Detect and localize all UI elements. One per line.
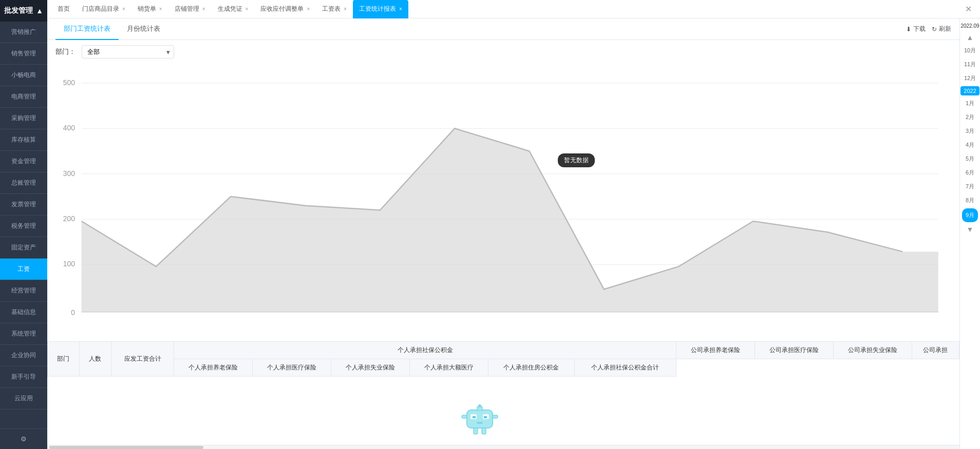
svg-rect-13	[467, 410, 493, 428]
sidebar-item-ecommerce[interactable]: 电商管理	[0, 86, 47, 108]
col-personal-housing: 个人承担住房公积金	[488, 359, 574, 376]
timeline-month-3[interactable]: 3月	[960, 124, 980, 138]
svg-rect-23	[474, 428, 478, 434]
main-area: 首页门店商品目录×销货单×店铺管理×生成凭证×应收应付调整单×工资表×工资统计报…	[47, 0, 980, 449]
sidebar-item-finance[interactable]: 资金管理	[0, 151, 47, 172]
tab-close-shop-mgmt[interactable]: ×	[202, 6, 205, 12]
sidebar-item-system[interactable]: 系统管理	[0, 323, 47, 345]
timeline-month-10[interactable]: 10月	[960, 44, 980, 57]
sidebar-item-enterprise[interactable]: 企业协同	[0, 345, 47, 366]
sidebar-item-purchase[interactable]: 采购管理	[0, 108, 47, 129]
col-personal-unemploy: 个人承担失业保险	[331, 359, 410, 376]
download-icon: ⬇	[906, 26, 911, 33]
sub-tab-dept-stats[interactable]: 部门工资统计表	[55, 18, 119, 40]
robot-icon	[459, 397, 500, 438]
sidebar-item-ledger[interactable]: 总账管理	[0, 172, 47, 194]
sidebar-item-mini-ecommerce[interactable]: 小畅电商	[0, 65, 47, 86]
tab-shop-mgmt[interactable]: 店铺管理×	[168, 0, 212, 18]
svg-rect-16	[473, 416, 476, 418]
download-button[interactable]: ⬇ 下载	[906, 25, 926, 33]
timeline-down-button[interactable]: ▼	[965, 223, 976, 236]
timeline-month-12[interactable]: 12月	[960, 71, 980, 85]
sidebar-header[interactable]: 批发管理 ▲	[0, 0, 47, 22]
svg-text:400: 400	[63, 124, 75, 132]
sidebar-item-invoice[interactable]: 发票管理	[0, 194, 47, 216]
sidebar-arrow: ▲	[36, 7, 43, 15]
sub-tab-month-stats[interactable]: 月份统计表	[119, 18, 168, 40]
tab-label-home: 首页	[58, 5, 70, 13]
filter-row: 部门： 全部销售部财务部人事部技术部	[47, 40, 959, 64]
table-area: 部门 人数 应发工资合计 个人承担社保公积金 公司承担养老保险 公司承担医疗保险…	[47, 341, 959, 449]
refresh-label: 刷新	[939, 25, 951, 33]
sidebar-title: 批发管理	[4, 6, 33, 15]
empty-state: 暂无数据	[48, 377, 912, 445]
col-company-medical: 公司承担医疗保险	[755, 341, 833, 359]
sidebar-item-basic[interactable]: 基础信息	[0, 302, 47, 323]
sidebar: 批发管理 ▲ 营销推广销售管理小畅电商电商管理采购管理库存核算资金管理总账管理发…	[0, 0, 47, 449]
dept-filter-select[interactable]: 全部销售部财务部人事部技术部	[82, 45, 174, 58]
timeline-month-2[interactable]: 2月	[960, 110, 980, 124]
sidebar-item-tax[interactable]: 税务管理	[0, 216, 47, 237]
scrollbar-thumb[interactable]	[49, 446, 203, 449]
tab-label-sales-order: 销货单	[138, 5, 156, 13]
tab-close-production-cert[interactable]: ×	[246, 6, 249, 12]
col-company-other: 公司承担	[912, 341, 959, 359]
sidebar-item-guide[interactable]: 新手引导	[0, 366, 47, 388]
sidebar-item-sales[interactable]: 销售管理	[0, 43, 47, 65]
tab-label-salary-report: 工资统计报表	[359, 5, 396, 13]
svg-text:100: 100	[63, 260, 75, 268]
col-personal-group: 个人承担社保公积金	[174, 341, 676, 359]
timeline-month-9[interactable]: 9月	[962, 208, 978, 222]
tab-close-salary-report[interactable]: ×	[399, 6, 402, 12]
svg-point-20	[478, 404, 481, 407]
sidebar-item-marketing[interactable]: 营销推广	[0, 22, 47, 43]
timeline-date: 2022.09	[959, 21, 980, 31]
page-content: 部门工资统计表月份统计表 ⬇ 下载 ↻ 刷新 部门： 全部销售部财务部人事部技术…	[47, 18, 959, 449]
chart-tooltip: 暂无数据	[558, 153, 595, 167]
timeline-month-6[interactable]: 6月	[960, 166, 980, 180]
sidebar-item-cloud[interactable]: 云应用	[0, 388, 47, 409]
close-all-tabs-button[interactable]: ✕	[961, 2, 976, 16]
timeline-month-8[interactable]: 8月	[960, 193, 980, 207]
tab-salary-table[interactable]: 工资表×	[316, 0, 353, 18]
col-personal-major-med: 个人承担大额医疗	[409, 359, 488, 376]
tab-close-shop-catalog[interactable]: ×	[122, 6, 125, 12]
tab-sales-order[interactable]: 销货单×	[131, 0, 168, 18]
svg-text:200: 200	[63, 214, 75, 223]
tab-close-salary-table[interactable]: ×	[344, 6, 347, 12]
col-personal-total: 个人承担社保公积金合计	[574, 359, 676, 376]
table-wrapper[interactable]: 部门 人数 应发工资合计 个人承担社保公积金 公司承担养老保险 公司承担医疗保险…	[47, 341, 959, 445]
timeline-month-11[interactable]: 11月	[960, 57, 980, 71]
tab-shop-catalog[interactable]: 门店商品目录×	[76, 0, 131, 18]
sidebar-item-operations[interactable]: 经营管理	[0, 280, 47, 302]
sidebar-items: 营销推广销售管理小畅电商电商管理采购管理库存核算资金管理总账管理发票管理税务管理…	[0, 22, 47, 409]
sidebar-footer[interactable]: ⚙	[0, 428, 47, 449]
tab-bar: 首页门店商品目录×销货单×店铺管理×生成凭证×应收应付调整单×工资表×工资统计报…	[47, 0, 980, 18]
table-scrollbar[interactable]	[47, 445, 959, 449]
tab-close-payable[interactable]: ×	[307, 6, 310, 12]
dept-filter-label: 部门：	[55, 47, 76, 56]
sidebar-item-assets[interactable]: 固定资产	[0, 237, 47, 259]
gear-icon: ⚙	[21, 435, 27, 443]
timeline: 2022.09 ▲ 10月 11月 12月 2022 1月 2月 3月 4月 5…	[959, 18, 980, 449]
tab-close-sales-order[interactable]: ×	[159, 6, 162, 12]
col-company-pension: 公司承担养老保险	[676, 341, 755, 359]
timeline-month-5[interactable]: 5月	[960, 152, 980, 166]
timeline-month-1[interactable]: 1月	[960, 96, 980, 110]
sidebar-item-salary[interactable]: 工资	[0, 259, 47, 280]
tab-payable[interactable]: 应收应付调整单×	[254, 0, 316, 18]
svg-marker-12	[82, 128, 938, 312]
timeline-month-7[interactable]: 7月	[960, 180, 980, 193]
timeline-month-4[interactable]: 4月	[960, 138, 980, 152]
timeline-up-button[interactable]: ▲	[965, 31, 976, 44]
col-company-unemploy: 公司承担失业保险	[833, 341, 912, 359]
sidebar-item-inventory[interactable]: 库存核算	[0, 129, 47, 151]
refresh-button[interactable]: ↻ 刷新	[932, 25, 951, 33]
download-label: 下载	[913, 25, 926, 33]
area-chart: 500 400 300 200 100 0	[55, 69, 951, 341]
tab-home[interactable]: 首页	[51, 0, 76, 18]
empty-row: 暂无数据	[48, 376, 959, 445]
tab-production-cert[interactable]: 生成凭证×	[212, 0, 255, 18]
tab-salary-report[interactable]: 工资统计报表×	[353, 0, 408, 18]
salary-table: 部门 人数 应发工资合计 个人承担社保公积金 公司承担养老保险 公司承担医疗保险…	[47, 341, 959, 445]
